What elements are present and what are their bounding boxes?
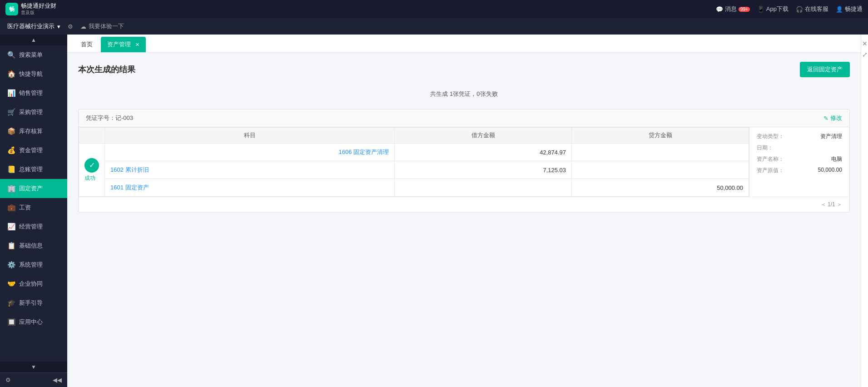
tab-home[interactable]: 首页 <box>74 37 99 52</box>
header-left: 畅 畅捷通好业财 普及版 <box>5 2 56 16</box>
change-type-label: 变动类型： <box>757 133 784 140</box>
asset-name-label: 资产名称： <box>757 155 784 163</box>
voucher-block: 凭证字号：记-003 ✎ 修改 科目 <box>78 109 850 213</box>
sidebar-item-label: 应用中心 <box>19 318 43 326</box>
sidebar-item-capital[interactable]: 💰 资金管理 <box>0 141 67 160</box>
online-service-nav[interactable]: 🎧 在线客服 <box>796 5 828 13</box>
message-nav[interactable]: 💬 消息 99+ <box>716 5 750 13</box>
table-row: ✓ 成功 1606 固定资产清理 42,874.97 <box>79 144 749 161</box>
credit-col-header: 贷方金额 <box>572 128 749 144</box>
voucher-body: 科目 借方金额 贷方金额 ✓ 成功 <box>79 127 849 197</box>
account-link-1606[interactable]: 1606 固定资产清理 <box>339 149 389 155</box>
sidebar-settings-icon[interactable]: ⚙ <box>5 377 11 383</box>
sidebar-item-label: 采购管理 <box>19 108 43 116</box>
account-link-1601[interactable]: 1601 固定资产 <box>110 184 149 191</box>
sidebar-item-guide[interactable]: 🎓 新手引导 <box>0 293 67 313</box>
company-selector[interactable]: 医疗器械行业演示 ▾ <box>7 22 60 30</box>
logo-area: 畅 畅捷通好业财 普及版 <box>5 2 56 16</box>
service-icon: 🎧 <box>796 6 803 13</box>
page-title-row: 本次生成的结果 返回固定资产 <box>78 62 850 77</box>
sidebar-item-app-center[interactable]: 🔲 应用中心 <box>0 313 67 332</box>
pagination-next[interactable]: ＞ <box>837 201 842 208</box>
sidebar-item-ledger[interactable]: 📒 总账管理 <box>0 160 67 179</box>
cart-icon: 🛒 <box>7 108 15 116</box>
asset-name-value: 电脑 <box>831 155 842 163</box>
sidebar-item-label: 资金管理 <box>19 146 43 154</box>
sidebar-collapse-icon[interactable]: ◀◀ <box>53 377 62 383</box>
sidebar-scroll: 🔍 搜索菜单 🏠 快捷导航 📊 销售管理 🛒 采购管理 📦 库存核算 💰 <box>0 45 67 362</box>
panel-expand-button[interactable]: ⤢ <box>860 49 868 60</box>
debit-cell-1602: 7,125.03 <box>395 161 572 179</box>
search-icon: 🔍 <box>7 51 15 59</box>
voucher-table: 科目 借方金额 贷方金额 ✓ 成功 <box>79 127 749 197</box>
app-download-nav[interactable]: 📱 App下载 <box>757 5 789 13</box>
sidebar-item-operations[interactable]: 📈 经营管理 <box>0 217 67 236</box>
tab-close-icon[interactable]: ✕ <box>135 42 139 47</box>
page-title: 本次生成的结果 <box>78 64 135 75</box>
voucher-number: 凭证字号：记-003 <box>86 114 133 122</box>
pagination-row: ＜ 1/1 ＞ <box>79 197 849 212</box>
sidebar-scroll-up[interactable]: ▲ <box>0 35 67 45</box>
summary-bar: 共生成 1张凭证，0张失败 <box>78 86 850 102</box>
info-asset-name: 资产名称： 电脑 <box>757 155 842 163</box>
sidebar-item-sales[interactable]: 📊 销售管理 <box>0 84 67 103</box>
sidebar-item-label: 库存核算 <box>19 127 43 135</box>
logo-text: 畅捷通好业财 <box>21 2 56 10</box>
ledger-icon: 📒 <box>7 165 15 174</box>
voucher-edit-button[interactable]: ✎ 修改 <box>823 114 842 122</box>
success-icon: ✓ <box>84 158 99 173</box>
debit-col-header: 借方金额 <box>395 128 572 144</box>
sidebar-item-basic-info[interactable]: 📋 基础信息 <box>0 236 67 255</box>
sidebar-item-label: 基础信息 <box>19 242 43 250</box>
experience-btn[interactable]: ☁ 我要体验一下 <box>80 22 124 30</box>
app-download-label: App下载 <box>766 5 789 13</box>
account-col-header: 科目 <box>105 128 395 144</box>
sidebar-item-search[interactable]: 🔍 搜索菜单 <box>0 45 67 64</box>
asset-original-label: 资产原值： <box>757 167 784 174</box>
debit-cell-1606: 42,874.97 <box>395 144 572 161</box>
message-label: 消息 <box>725 5 737 13</box>
account-link-1602[interactable]: 1602 累计折旧 <box>110 166 149 173</box>
cloud-icon: ☁ <box>80 23 86 30</box>
status-cell: ✓ 成功 <box>79 144 105 197</box>
header-right: 💬 消息 99+ 📱 App下载 🎧 在线客服 👤 畅捷通 <box>716 5 863 13</box>
panel-close-button[interactable]: ✕ <box>860 38 868 49</box>
sidebar-item-payroll[interactable]: 💼 工资 <box>0 198 67 217</box>
grid-icon: 🔲 <box>7 318 15 326</box>
money-icon: 💰 <box>7 146 15 154</box>
date-label: 日期： <box>757 144 773 152</box>
sidebar-item-label: 经营管理 <box>19 223 43 231</box>
settings-icon[interactable]: ⚙ <box>68 23 73 30</box>
box-icon: 📦 <box>7 127 15 135</box>
user-nav[interactable]: 👤 畅捷通 <box>836 5 863 13</box>
tab-asset-management[interactable]: 资产管理 ✕ <box>101 37 146 52</box>
info-change-type: 变动类型： 资产清理 <box>757 133 842 140</box>
return-fixed-assets-button[interactable]: 返回固定资产 <box>800 62 850 77</box>
account-cell: 1602 累计折旧 <box>105 161 395 179</box>
download-icon: 📱 <box>757 6 764 13</box>
status-col-header <box>79 128 105 144</box>
edit-icon: ✎ <box>823 115 828 122</box>
sidebar-item-cooperation[interactable]: 🤝 企业协同 <box>0 274 67 293</box>
main-layout: ▲ 🔍 搜索菜单 🏠 快捷导航 📊 销售管理 🛒 采购管理 📦 库存核算 <box>0 35 868 387</box>
sidebar-item-label: 销售管理 <box>19 89 43 97</box>
logo-sub: 普及版 <box>21 10 56 16</box>
sidebar-scroll-down[interactable]: ▼ <box>0 362 67 372</box>
sidebar-item-label: 企业协同 <box>19 280 43 288</box>
sidebar-item-system[interactable]: ⚙️ 系统管理 <box>0 255 67 274</box>
sidebar: ▲ 🔍 搜索菜单 🏠 快捷导航 📊 销售管理 🛒 采购管理 📦 库存核算 <box>0 35 67 387</box>
home-icon: 🏠 <box>7 70 15 78</box>
handshake-icon: 🤝 <box>7 280 15 288</box>
sidebar-item-quick-nav[interactable]: 🏠 快捷导航 <box>0 64 67 84</box>
sidebar-bottom: ⚙ ◀◀ <box>0 372 67 387</box>
clipboard-icon: 📋 <box>7 242 15 250</box>
sidebar-item-inventory[interactable]: 📦 库存核算 <box>0 122 67 141</box>
sidebar-item-purchase[interactable]: 🛒 采购管理 <box>0 103 67 122</box>
sidebar-item-label: 总账管理 <box>19 165 43 174</box>
edit-label: 修改 <box>830 114 842 122</box>
sidebar-item-fixed-assets[interactable]: 🏢 固定资产 <box>0 179 67 198</box>
logo-icon: 畅 <box>5 3 18 15</box>
pagination-prev[interactable]: ＜ <box>821 201 826 208</box>
credit-cell-1602 <box>572 161 749 179</box>
voucher-info-section: 变动类型： 资产清理 日期： 资产名称： 电脑 资产原值： <box>749 127 849 197</box>
